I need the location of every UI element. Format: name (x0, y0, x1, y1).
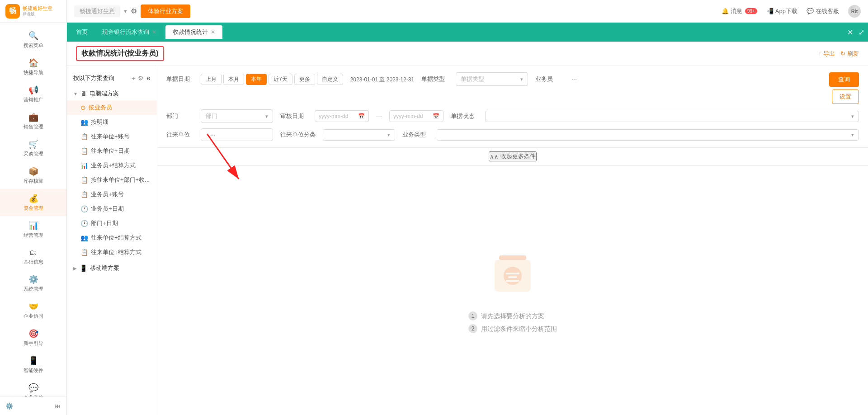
date-more[interactable]: 更多 (294, 74, 315, 85)
top-header: 畅捷通好生意 ▾ ⚙ 体验行业方案 🔔 消息 99+ 📲 App下载 💬 在线客… (67, 0, 868, 23)
partner-category-select[interactable]: ▾ (323, 129, 395, 141)
business-type-select[interactable]: ▾ (437, 129, 859, 141)
tree-item-by-detail[interactable]: 👥 按明细 (67, 115, 157, 129)
review-date-to[interactable]: yyyy-mm-dd 📅 (389, 110, 443, 122)
review-date-from[interactable]: yyyy-mm-dd 📅 (315, 110, 369, 122)
date-last-7days[interactable]: 近7天 (269, 74, 292, 85)
app-download-btn[interactable]: 📲 App下载 (766, 7, 797, 15)
partner-select[interactable]: ··· (201, 128, 273, 141)
sidebar-item-search-menu[interactable]: 🔍 搜索菜单 (0, 26, 66, 53)
review-date-label: 审核日期 (280, 112, 307, 120)
tree-item-salesman-date[interactable]: 🕐 业务员+日期 (67, 202, 157, 216)
salesman-account-icon: 📋 (80, 191, 88, 198)
sidebar-item-basic-info[interactable]: 🗂 基础信息 (0, 243, 66, 270)
search-menu-icon: 🔍 (28, 31, 38, 41)
avatar[interactable]: Rit (848, 5, 861, 18)
add-scheme-btn[interactable]: + (132, 75, 135, 82)
sidebar-item-quick-nav[interactable]: 🏠 快捷导航 (0, 53, 66, 80)
trial-button[interactable]: 体验行业方案 (141, 5, 190, 18)
page-title-area: 收款情况统计(按业务员) (76, 46, 164, 61)
doc-status-select[interactable]: ▾ (485, 111, 859, 122)
messages-btn[interactable]: 🔔 消息 99+ (722, 7, 757, 15)
tree-item-by-salesman[interactable]: ⊙ 按业务员 (67, 100, 157, 115)
collapse-conditions-btn[interactable]: ∧∧ 收起更多条件 (489, 151, 537, 161)
tab-close-all-icon[interactable]: ✕ (847, 28, 853, 37)
dept-select[interactable]: 部门 ▾ (201, 109, 273, 123)
sidebar-item-purchase[interactable]: 🛒 采购管理 (0, 135, 66, 162)
tree-item-label: 业务员+账号 (91, 190, 124, 198)
online-service-btn[interactable]: 💬 在线客服 (807, 7, 839, 15)
left-panel-title: 按以下方案查询 (73, 74, 114, 82)
sidebar-footer: ⚙️ ⏮ (0, 396, 66, 415)
sidebar-item-enterprise[interactable]: 🤝 企业协同 (0, 297, 66, 324)
tab-home[interactable]: 首页 (71, 25, 93, 39)
footer-collapse-btn[interactable]: ⏮ (55, 402, 61, 410)
tree-item-label: 往来单位+日期 (91, 147, 130, 155)
partner-category-label: 往来单位分类 (280, 131, 316, 139)
query-button[interactable]: 查询 (829, 72, 859, 87)
sidebar-item-smart-hw[interactable]: 📱 智能硬件 (0, 351, 66, 378)
sidebar-item-label: 经营管理 (24, 232, 43, 239)
tree-item-partner-settlement2[interactable]: 📋 往来单位+结算方式 (67, 245, 157, 259)
quick-nav-icon: 🏠 (28, 58, 38, 68)
header-dropdown-icon[interactable]: ▾ (124, 8, 127, 14)
tree-desktop-parent[interactable]: ▼ 🖥 电脑端方案 (67, 87, 157, 100)
tab-collection-stats-close-icon[interactable]: ✕ (211, 29, 215, 35)
page-content: 收款情况统计(按业务员) ↑ 导出 ↻ 刷新 (67, 42, 868, 415)
tree-mobile-parent[interactable]: ▶ 📱 移动端方案 (67, 261, 157, 275)
date-this-month[interactable]: 本月 (223, 74, 244, 85)
download-icon: 📲 (766, 8, 774, 14)
date-separator: — (376, 113, 382, 120)
sidebar-item-system[interactable]: ⚙️ 系统管理 (0, 270, 66, 297)
tree-item-salesman-account[interactable]: 📋 业务员+账号 (67, 187, 157, 202)
refresh-button[interactable]: ↻ 刷新 (840, 50, 859, 58)
partner-settlement1-icon: 👥 (80, 234, 88, 241)
sidebar-item-guide[interactable]: 🎯 新手引导 (0, 324, 66, 351)
tree-item-label: 部门+日期 (91, 219, 118, 227)
svg-rect-5 (506, 273, 519, 274)
doc-type-select[interactable]: 单据类型 ▾ (456, 72, 528, 86)
sidebar-item-wechat[interactable]: 💬 企业微信 (0, 378, 66, 396)
tab-controls: ✕ ⤢ (847, 28, 864, 37)
tree-item-partner-dept[interactable]: 📋 按往来单位+部门+收... (67, 173, 157, 187)
messages-label: 消息 (731, 7, 742, 15)
svg-rect-7 (506, 280, 519, 282)
sidebar-item-label: 搜索菜单 (24, 42, 43, 49)
sidebar-item-marketing[interactable]: 📢 营销推广 (0, 80, 66, 108)
filter-settings-button[interactable]: 设置 (832, 90, 859, 104)
doc-status-label: 单据状态 (451, 112, 478, 120)
svg-point-4 (504, 267, 522, 285)
partner-dots-btn[interactable]: ··· (208, 131, 217, 138)
right-panel: 单据日期 上月 本月 本年 近7天 更多 自定义 (157, 66, 868, 415)
tab-collection-stats-label: 收款情况统计 (173, 28, 208, 36)
sidebar-item-operation[interactable]: 📊 经营管理 (0, 216, 66, 243)
collapse-panel-icon[interactable]: « (146, 74, 151, 82)
messages-badge: 99+ (745, 8, 757, 14)
sidebar-item-label: 营销推广 (24, 96, 43, 103)
tree-item-partner-account[interactable]: 📋 往来单位+账号 (67, 129, 157, 144)
tree-item-dept-date[interactable]: 🕐 部门+日期 (67, 216, 157, 231)
header-settings-icon[interactable]: ⚙ (131, 7, 137, 15)
tree-item-salesman-settlement[interactable]: 📊 业务员+结算方式 (67, 158, 157, 173)
salesman-dots-btn[interactable]: ··· (570, 75, 579, 83)
date-this-year[interactable]: 本年 (246, 74, 267, 85)
tree-item-partner-date[interactable]: 📋 往来单位+日期 (67, 144, 157, 158)
sidebar-item-finance[interactable]: 💰 资金管理 (0, 189, 66, 216)
tree-item-partner-settlement1[interactable]: 👥 往来单位+结算方式 (67, 231, 157, 245)
date-last-month[interactable]: 上月 (201, 74, 222, 85)
tree-desktop-section: ▼ 🖥 电脑端方案 ⊙ 按业务员 👥 按明细 (67, 87, 157, 259)
logo-text-area: 畅捷通好生意 标准版 (23, 5, 52, 17)
footer-settings-btn[interactable]: ⚙️ (5, 402, 13, 410)
sidebar-item-sales[interactable]: 💼 销售管理 (0, 108, 66, 135)
review-date-from-value: yyyy-mm-dd (319, 113, 348, 119)
business-type-label: 业务类型 (402, 131, 429, 139)
scheme-settings-icon[interactable]: ⚙ (138, 75, 144, 82)
tree-expand-arrow: ▼ (73, 91, 78, 96)
tab-collection-stats[interactable]: 收款情况统计 ✕ (165, 25, 222, 39)
tab-maximize-icon[interactable]: ⤢ (859, 28, 864, 37)
tab-bank-flow[interactable]: 现金银行流水查询 ✕ (95, 25, 164, 39)
sidebar-item-inventory[interactable]: 📦 库存核算 (0, 162, 66, 189)
tab-bank-flow-close-icon[interactable]: ✕ (152, 29, 156, 35)
date-custom[interactable]: 自定义 (317, 74, 343, 85)
export-button[interactable]: ↑ 导出 (819, 50, 835, 58)
